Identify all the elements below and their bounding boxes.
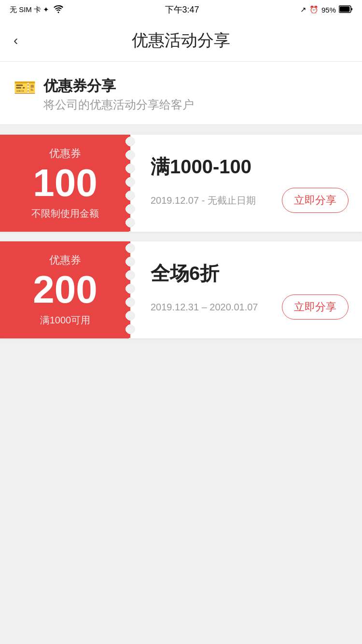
coupon-right-0: 满1000-100 2019.12.07 - 无截止日期 立即分享: [130, 135, 362, 232]
coupon-right-1: 全场6折 2019.12.31 – 2020.01.07 立即分享: [130, 241, 362, 338]
location-icon: ↗: [300, 5, 306, 14]
coupon-left-1: 优惠券 200 满1000可用: [0, 241, 130, 338]
coupon-name-1: 全场6折: [151, 260, 348, 287]
share-button-0[interactable]: 立即分享: [282, 188, 348, 213]
coupon-label-1: 优惠券: [49, 253, 81, 267]
nav-bar: ‹ 优惠活动分享: [0, 19, 362, 62]
coupon-amount-1: 200: [33, 270, 97, 309]
wifi-icon: [53, 5, 64, 14]
coupon-name-0: 满1000-100: [151, 154, 348, 180]
coupon-date-1: 2019.12.31 – 2020.01.07: [151, 302, 258, 313]
battery-icon: [339, 5, 352, 14]
coupon-card-0: 优惠券 100 不限制使用金额 满1000-100 2019.12.07 - 无…: [0, 135, 362, 232]
coupon-condition-1: 满1000可用: [40, 314, 91, 327]
coupon-card-1: 优惠券 200 满1000可用 全场6折 2019.12.31 – 2020.0…: [0, 241, 362, 338]
status-time: 下午3:47: [165, 4, 199, 15]
status-left: 无 SIM 卡 ✦: [10, 5, 64, 14]
section-subtitle: 将公司的优惠活动分享给客户: [43, 97, 194, 112]
section-title: 优惠券分享: [43, 76, 194, 95]
coupon-bottom-row-0: 2019.12.07 - 无截止日期 立即分享: [151, 188, 348, 213]
section-text: 优惠券分享 将公司的优惠活动分享给客户: [43, 76, 194, 112]
no-sim-text: 无 SIM 卡 ✦: [10, 5, 49, 14]
coupon-icon: 🎫: [14, 76, 36, 98]
battery-text: 95%: [321, 6, 336, 14]
alarm-icon: ⏰: [309, 5, 319, 14]
coupon-left-0: 优惠券 100 不限制使用金额: [0, 135, 130, 232]
cards-container: 优惠券 100 不限制使用金额 满1000-100 2019.12.07 - 无…: [0, 125, 362, 348]
coupon-amount-0: 100: [33, 164, 97, 202]
coupon-label-0: 优惠券: [49, 146, 81, 161]
svg-rect-1: [340, 6, 350, 12]
status-right: ↗ ⏰ 95%: [300, 5, 352, 14]
bottom-space: [0, 348, 362, 589]
share-button-1[interactable]: 立即分享: [282, 294, 348, 320]
coupon-date-0: 2019.12.07 - 无截止日期: [151, 194, 256, 207]
coupon-condition-0: 不限制使用金额: [31, 207, 99, 220]
section-header: 🎫 优惠券分享 将公司的优惠活动分享给客户: [0, 62, 362, 124]
status-bar: 无 SIM 卡 ✦ 下午3:47 ↗ ⏰ 95%: [0, 0, 362, 19]
coupon-bottom-row-1: 2019.12.31 – 2020.01.07 立即分享: [151, 294, 348, 320]
page-title: 优惠活动分享: [132, 29, 230, 52]
back-button[interactable]: ‹: [14, 33, 18, 48]
